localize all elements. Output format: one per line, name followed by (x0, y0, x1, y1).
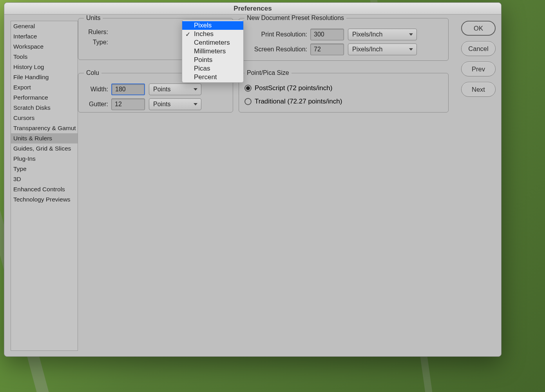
traditional-radio[interactable] (244, 98, 252, 105)
gutter-label: Gutter: (84, 101, 108, 108)
print-res-unit-select[interactable]: Pixels/Inch (348, 29, 417, 40)
traditional-label: Traditional (72.27 points/inch) (255, 98, 342, 105)
gutter-unit-value: Points (153, 101, 170, 108)
width-label: Width: (84, 86, 108, 93)
check-icon: ✓ (185, 31, 190, 38)
content-area: GeneralInterfaceWorkspaceToolsHistory Lo… (4, 15, 501, 356)
next-button[interactable]: Next (461, 82, 496, 97)
print-res-label: Print Resolution: (244, 31, 307, 38)
ruler-unit-option-percent[interactable]: Percent (182, 73, 243, 82)
sidebar-item-history-log[interactable]: History Log (11, 62, 78, 72)
main-panel: Units Rulers: Type: Colu Width: Points (78, 15, 461, 356)
sidebar-item-cursors[interactable]: Cursors (11, 113, 78, 123)
units-legend: Units (84, 15, 103, 22)
postscript-label: PostScript (72 points/inch) (255, 84, 332, 92)
sidebar-item-file-handling[interactable]: File Handling (11, 72, 78, 82)
ok-button[interactable]: OK (461, 21, 496, 36)
resolutions-legend: New Document Preset Resolutions (244, 15, 346, 22)
sidebar-item-general[interactable]: General (11, 21, 78, 31)
sidebar-item-technology-previews[interactable]: Technology Previews (11, 194, 78, 205)
screen-res-unit-value: Pixels/Inch (352, 46, 382, 53)
sidebar-item-guides-grid-slices[interactable]: Guides, Grid & Slices (11, 143, 78, 154)
sidebar-item-tools[interactable]: Tools (11, 52, 78, 62)
ruler-units-popup[interactable]: Pixels✓InchesCentimetersMillimetersPoint… (182, 20, 244, 83)
screen-res-unit-select[interactable]: Pixels/Inch (348, 44, 417, 55)
sidebar-item-3d[interactable]: 3D (11, 174, 78, 184)
sidebar-item-scratch-disks[interactable]: Scratch Disks (11, 103, 78, 113)
point-pica-group: Point/Pica Size PostScript (72 points/in… (239, 69, 449, 113)
ruler-unit-option-picas[interactable]: Picas (182, 64, 243, 73)
sidebar-item-units-rulers[interactable]: Units & Rulers (11, 133, 78, 143)
print-res-unit-value: Pixels/Inch (352, 31, 382, 38)
width-unit-value: Points (153, 86, 170, 93)
ruler-unit-option-points[interactable]: Points (182, 56, 243, 64)
screen-res-label: Screen Resolution: (244, 46, 307, 53)
sidebar-item-transparency-gamut[interactable]: Transparency & Gamut (11, 123, 78, 133)
sidebar-item-type[interactable]: Type (11, 164, 78, 174)
sidebar-item-performance[interactable]: Performance (11, 93, 78, 103)
sidebar-item-export[interactable]: Export (11, 82, 78, 93)
cancel-button[interactable]: Cancel (461, 41, 496, 56)
postscript-radio[interactable] (244, 85, 252, 92)
point-pica-legend: Point/Pica Size (244, 69, 292, 76)
preferences-window: Preferences GeneralInterfaceWorkspaceToo… (4, 2, 502, 357)
sidebar-item-plug-ins[interactable]: Plug-Ins (11, 154, 78, 164)
resolutions-group: New Document Preset Resolutions Print Re… (239, 15, 449, 61)
sidebar-item-workspace[interactable]: Workspace (11, 42, 78, 52)
prev-button[interactable]: Prev (461, 62, 496, 76)
ruler-unit-option-inches[interactable]: ✓Inches (182, 30, 243, 38)
ruler-unit-option-centimeters[interactable]: Centimeters (182, 38, 243, 47)
dialog-buttons: OK Cancel Prev Next (461, 15, 501, 356)
gutter-unit-select[interactable]: Points (149, 98, 201, 110)
width-unit-select[interactable]: Points (149, 83, 201, 95)
preferences-sidebar: GeneralInterfaceWorkspaceToolsHistory Lo… (11, 21, 78, 351)
column-size-legend: Colu (84, 69, 101, 76)
print-res-input[interactable] (310, 29, 344, 40)
ruler-unit-option-millimeters[interactable]: Millimeters (182, 47, 243, 56)
gutter-input[interactable] (111, 98, 145, 110)
sidebar-item-enhanced-controls[interactable]: Enhanced Controls (11, 184, 78, 194)
sidebar-item-interface[interactable]: Interface (11, 31, 78, 42)
window-title: Preferences (4, 3, 501, 15)
screen-res-input[interactable] (310, 44, 344, 55)
type-label: Type: (84, 39, 108, 46)
ruler-unit-option-pixels[interactable]: Pixels (182, 21, 243, 30)
rulers-label: Rulers: (84, 29, 108, 36)
width-input[interactable] (111, 83, 145, 95)
